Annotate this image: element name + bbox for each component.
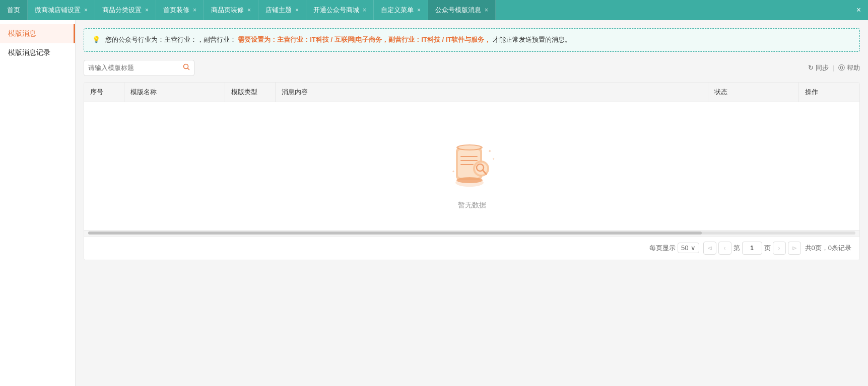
sync-button[interactable]: ↻ 同步 (808, 63, 829, 72)
scrollbar-track[interactable] (88, 231, 855, 235)
page-label: 页 (764, 244, 771, 253)
th-type: 模版类型 (225, 83, 276, 102)
toolbar-divider: | (833, 64, 834, 71)
pagination-total: 共0页，0条记录 (805, 244, 851, 253)
tab-product-decor[interactable]: 商品页装修 × (204, 0, 258, 20)
tab-custom-menu[interactable]: 自定义菜单 × (374, 0, 428, 20)
notice-highlight: 需要设置为：主营行业：IT科技 / 互联网|电子商务，副营行业：IT科技 / I… (238, 36, 491, 43)
th-action: 操作 (799, 83, 859, 102)
scrollbar-thumb[interactable] (88, 231, 702, 235)
chevron-down-icon: ∨ (691, 244, 696, 252)
tab-shop-theme[interactable]: 店铺主题 × (258, 0, 306, 20)
th-content: 消息内容 (276, 83, 708, 102)
svg-text:✦: ✦ (452, 170, 455, 173)
page-size-value: 50 (681, 244, 688, 252)
page-size-label: 每页显示 (649, 244, 676, 253)
tab-home[interactable]: 首页 (0, 0, 28, 20)
help-label: 帮助 (847, 63, 860, 72)
help-icon: ⓪ (838, 63, 845, 72)
sidebar-item-template-msg-log[interactable]: 模版消息记录 (0, 43, 75, 62)
notice-icon: 💡 (92, 36, 100, 43)
notice-prefix: 您的公众号行业为：主营行业：，副营行业： (105, 36, 236, 43)
page-first-button[interactable]: ⊲ (703, 242, 716, 255)
search-input[interactable] (88, 64, 181, 71)
notice-suffix: 才能正常发送预置的消息。 (493, 36, 571, 43)
empty-text: 暂无数据 (458, 201, 486, 210)
tab-close-template-msg[interactable]: × (485, 7, 488, 14)
svg-point-10 (456, 177, 483, 183)
svg-line-1 (188, 68, 189, 70)
page-prev-button[interactable]: ‹ (718, 242, 731, 255)
tab-close-shop-setting[interactable]: × (84, 7, 88, 14)
tab-close-open-mall[interactable]: × (363, 7, 366, 14)
page-last-button[interactable]: ⊳ (788, 242, 801, 255)
th-status: 状态 (708, 83, 799, 102)
tab-close-custom-menu[interactable]: × (417, 7, 421, 14)
page-next-button[interactable]: › (773, 242, 786, 255)
page-di-label: 第 (733, 244, 740, 253)
th-name: 模版名称 (124, 83, 225, 102)
sidebar: 模版消息 模版消息记录 (0, 20, 76, 386)
tab-product-category[interactable]: 商品分类设置 × (95, 0, 156, 20)
tab-bar-close-all[interactable]: × (849, 0, 868, 20)
svg-text:✦: ✦ (492, 158, 495, 161)
tab-bar: 首页 微商城店铺设置 × 商品分类设置 × 首页装修 × 商品页装修 × 店铺主… (0, 0, 868, 20)
tab-close-product-decor[interactable]: × (247, 7, 251, 14)
tab-close-home-decor[interactable]: × (193, 7, 196, 14)
search-input-wrap (84, 60, 194, 76)
content-area: 💡 您的公众号行业为：主营行业：，副营行业： 需要设置为：主营行业：IT科技 /… (76, 20, 868, 386)
empty-illustration: ✦ ✦ ✦ (442, 132, 502, 193)
notice-banner: 💡 您的公众号行业为：主营行业：，副营行业： 需要设置为：主营行业：IT科技 /… (84, 28, 860, 52)
page-number-input[interactable] (742, 242, 762, 255)
sync-icon: ↻ (808, 64, 814, 71)
page-size-dropdown[interactable]: 50 ∨ (678, 243, 699, 253)
search-bar: ↻ 同步 | ⓪ 帮助 (84, 60, 860, 76)
main-layout: 模版消息 模版消息记录 💡 您的公众号行业为：主营行业：，副营行业： 需要设置为… (0, 20, 868, 386)
table-wrap: 序号 模版名称 模版类型 消息内容 状态 操作 (84, 82, 860, 260)
tab-close-shop-theme[interactable]: × (295, 7, 299, 14)
sidebar-item-template-msg[interactable]: 模版消息 (0, 24, 75, 43)
tab-template-msg[interactable]: 公众号模版消息 × (428, 0, 496, 20)
th-seq: 序号 (84, 83, 124, 102)
empty-state: ✦ ✦ ✦ 暂无数据 (84, 102, 859, 230)
horizontal-scrollbar[interactable] (84, 230, 859, 236)
toolbar-right: ↻ 同步 | ⓪ 帮助 (808, 63, 860, 72)
page-navigation: ⊲ ‹ 第 页 › ⊳ (703, 242, 801, 255)
pagination: 每页显示 50 ∨ ⊲ ‹ 第 页 › ⊳ 共0页，0条记录 (84, 236, 859, 260)
tab-home-decor[interactable]: 首页装修 × (156, 0, 204, 20)
page-size-select: 每页显示 50 ∨ (649, 243, 699, 253)
help-button[interactable]: ⓪ 帮助 (838, 63, 860, 72)
sync-label: 同步 (816, 63, 829, 72)
search-icon[interactable] (183, 63, 190, 72)
tab-open-mall[interactable]: 开通公众号商城 × (306, 0, 374, 20)
tab-shop-setting[interactable]: 微商城店铺设置 × (28, 0, 95, 20)
svg-text:✦: ✦ (488, 149, 492, 153)
tab-close-product-category[interactable]: × (145, 7, 149, 14)
svg-point-9 (458, 145, 481, 149)
table-header: 序号 模版名称 模版类型 消息内容 状态 操作 (84, 83, 859, 102)
